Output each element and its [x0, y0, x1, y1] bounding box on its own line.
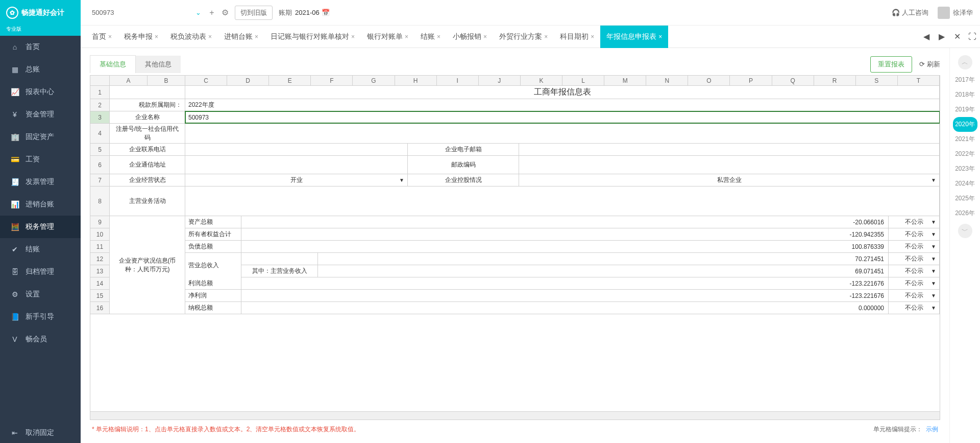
- year-up-button[interactable]: ︿: [958, 55, 972, 69]
- sheet-tab-basic[interactable]: 基础信息: [90, 55, 136, 73]
- tab-close-icon[interactable]: ×: [591, 33, 594, 40]
- year-option[interactable]: 2026年: [950, 206, 980, 221]
- nav-item-总账[interactable]: ▦总账: [0, 58, 81, 81]
- tab-close-icon[interactable]: ×: [483, 33, 487, 40]
- row-header[interactable]: 13: [90, 265, 110, 277]
- year-option[interactable]: 2019年: [950, 102, 980, 117]
- col-header[interactable]: L: [562, 76, 604, 85]
- period-value-cell[interactable]: 2022年度: [185, 99, 940, 111]
- tab-close-icon[interactable]: ×: [351, 33, 355, 40]
- year-option[interactable]: 2025年: [950, 191, 980, 206]
- asset-row-publish[interactable]: 不公示▼: [889, 253, 940, 265]
- nav-item-设置[interactable]: ⚙设置: [0, 283, 81, 306]
- asset-row-publish[interactable]: 不公示▼: [889, 216, 940, 228]
- row-header[interactable]: 7: [90, 174, 110, 186]
- asset-row-publish[interactable]: 不公示▼: [889, 302, 940, 314]
- row-header[interactable]: 15: [90, 290, 110, 302]
- nav-item-结账[interactable]: ✔结账: [0, 238, 81, 261]
- page-tab[interactable]: 结账×: [414, 26, 447, 48]
- user-menu[interactable]: 徐泽华: [938, 7, 973, 19]
- nav-item-首页[interactable]: ⌂首页: [0, 36, 81, 58]
- row-header[interactable]: 16: [90, 302, 110, 314]
- holding-value-cell[interactable]: 私营企业▼: [519, 174, 940, 186]
- tab-close-icon[interactable]: ×: [155, 33, 158, 40]
- row-header[interactable]: 9: [90, 216, 110, 228]
- col-header[interactable]: C: [185, 76, 227, 85]
- asset-row-publish[interactable]: 不公示▼: [889, 290, 940, 301]
- asset-row-value[interactable]: -20.066016: [241, 216, 889, 228]
- corner-cell[interactable]: [90, 76, 110, 85]
- unpin-button[interactable]: ⇤ 取消固定: [0, 423, 81, 443]
- tab-close-all[interactable]: ✕: [949, 32, 965, 41]
- page-tab[interactable]: 年报信息申报表×: [600, 26, 668, 48]
- row-header[interactable]: 11: [90, 241, 110, 253]
- asset-row-publish[interactable]: 不公示▼: [889, 277, 940, 289]
- col-header[interactable]: Q: [772, 76, 814, 85]
- postcode-value-cell[interactable]: [519, 156, 940, 174]
- col-header[interactable]: P: [730, 76, 772, 85]
- nav-item-税务管理[interactable]: 🧮税务管理: [0, 216, 81, 238]
- row-header[interactable]: 10: [90, 228, 110, 241]
- page-tab[interactable]: 科目期初×: [554, 26, 600, 48]
- col-header[interactable]: B: [148, 76, 185, 85]
- row-header[interactable]: 14: [90, 277, 110, 290]
- consult-button[interactable]: 🎧 人工咨询: [892, 8, 928, 17]
- asset-row-value[interactable]: -120.942355: [241, 228, 889, 240]
- email-value-cell[interactable]: [519, 144, 940, 155]
- phone-value-cell[interactable]: [185, 144, 408, 155]
- asset-row-publish[interactable]: 不公示▼: [889, 241, 940, 252]
- year-option[interactable]: 2023年: [950, 161, 980, 176]
- col-header[interactable]: T: [898, 76, 940, 85]
- col-header[interactable]: E: [269, 76, 311, 85]
- regenerate-button[interactable]: 重置报表: [870, 56, 912, 73]
- calendar-icon[interactable]: 📅: [322, 9, 330, 16]
- tab-fullscreen[interactable]: ⛶: [965, 32, 980, 41]
- page-tab[interactable]: 税负波动表×: [164, 26, 218, 48]
- sheet-tab-other[interactable]: 其他信息: [136, 56, 181, 73]
- addr-value-cell[interactable]: [185, 156, 408, 174]
- tab-close-icon[interactable]: ×: [208, 33, 212, 40]
- row-header[interactable]: 3: [90, 111, 110, 123]
- year-option[interactable]: 2024年: [950, 176, 980, 191]
- row-header[interactable]: 2: [90, 99, 110, 111]
- page-tab[interactable]: 进销台账×: [218, 26, 264, 48]
- nav-item-归档管理[interactable]: 🗄归档管理: [0, 261, 81, 283]
- year-option[interactable]: 2018年: [950, 87, 980, 102]
- tab-close-icon[interactable]: ×: [108, 33, 112, 40]
- tab-close-icon[interactable]: ×: [658, 33, 662, 40]
- year-option[interactable]: 2017年: [950, 73, 980, 87]
- grid-body[interactable]: 1 工商年报信息表 2 税款所属期间： 2022年度 3 企业名称 500973: [90, 86, 940, 411]
- row-header[interactable]: 8: [90, 186, 110, 216]
- col-header[interactable]: A: [110, 76, 148, 85]
- col-header[interactable]: M: [604, 76, 646, 85]
- asset-row-value[interactable]: 69.071451: [318, 265, 889, 277]
- company-value-cell[interactable]: 500973: [185, 111, 940, 123]
- asset-row-value[interactable]: 70.271451: [318, 253, 889, 265]
- tab-scroll-left[interactable]: ◀: [919, 32, 934, 41]
- nav-item-报表中心[interactable]: 📈报表中心: [0, 81, 81, 103]
- nav-item-固定资产[interactable]: 🏢固定资产: [0, 126, 81, 148]
- nav-item-资金管理[interactable]: ¥资金管理: [0, 103, 81, 126]
- asset-row-publish[interactable]: 不公示▼: [889, 228, 940, 240]
- asset-row-value[interactable]: -123.221676: [241, 290, 889, 301]
- h-scrollbar[interactable]: [90, 412, 940, 420]
- page-tab[interactable]: 银行对账单×: [361, 26, 414, 48]
- row-header[interactable]: 12: [90, 253, 110, 265]
- nav-item-工资[interactable]: 💳工资: [0, 148, 81, 171]
- refresh-button[interactable]: ⟳ 刷新: [919, 60, 940, 69]
- mainbiz-value-cell[interactable]: [185, 186, 940, 216]
- col-header[interactable]: I: [437, 76, 479, 85]
- old-version-button[interactable]: 切到旧版: [235, 6, 273, 20]
- page-tab[interactable]: 税务申报×: [118, 26, 164, 48]
- status-value-cell[interactable]: 开业▼: [185, 174, 408, 186]
- year-option[interactable]: 2021年: [950, 132, 980, 147]
- nav-item-进销台账[interactable]: 📊进销台账: [0, 193, 81, 216]
- page-tab[interactable]: 首页×: [86, 26, 118, 48]
- footer-example-link[interactable]: 示例: [926, 426, 938, 433]
- nav-item-新手引导[interactable]: 📘新手引导: [0, 306, 81, 328]
- tab-close-icon[interactable]: ×: [544, 33, 548, 40]
- company-selector[interactable]: 500973 ⌄: [88, 5, 205, 21]
- add-icon[interactable]: +: [205, 8, 218, 17]
- page-tab[interactable]: 外贸行业方案×: [493, 26, 554, 48]
- year-option[interactable]: 2022年: [950, 147, 980, 161]
